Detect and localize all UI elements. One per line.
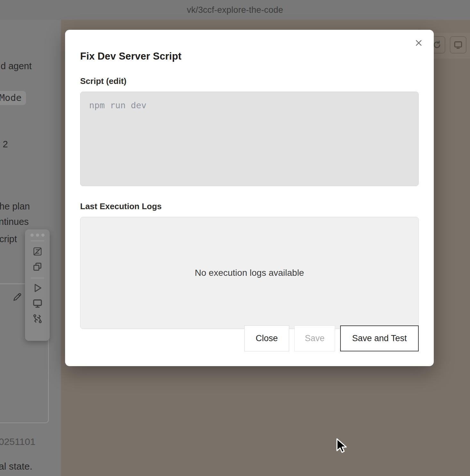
sidebar-text-script: cript (0, 234, 17, 244)
monitor-icon[interactable] (450, 36, 466, 53)
dialog-title: Fix Dev Server Script (80, 51, 419, 62)
sidebar-text-continues: ntinues (0, 217, 29, 227)
sidebar-text-attempt: y 2 (0, 139, 8, 150)
drag-handle-dots-icon[interactable] (30, 234, 45, 237)
script-input[interactable] (80, 92, 419, 186)
save-and-test-button[interactable]: Save and Test (340, 325, 419, 351)
window-title: vk/3ccf-explore-the-code (187, 5, 283, 15)
logs-empty-message: No execution logs available (195, 268, 304, 278)
edit-pencil-icon[interactable] (12, 292, 22, 303)
version-control-icon[interactable] (32, 313, 43, 324)
slashed-square-icon[interactable] (32, 246, 43, 257)
window-title-bar: vk/3ccf-explore-the-code (0, 0, 470, 20)
sidebar-text-agent: d agent (1, 61, 32, 71)
floating-toolbar (25, 229, 50, 341)
script-label: Script (edit) (80, 76, 419, 86)
toolbar-divider (31, 241, 44, 241)
monitor-icon[interactable] (32, 298, 43, 309)
logs-label: Last Execution Logs (80, 201, 419, 211)
save-button[interactable]: Save (294, 325, 335, 351)
sidebar-text-runid: 0251101 (0, 436, 36, 447)
mode-badge: nMode (0, 91, 26, 105)
execution-logs-panel: No execution logs available (80, 217, 419, 329)
sidebar-text-plan: he plan (0, 201, 30, 212)
mouse-cursor (336, 438, 349, 454)
close-icon[interactable] (415, 39, 423, 47)
sidebar-text-state: al state. (0, 461, 32, 472)
copy-icon[interactable] (32, 261, 43, 273)
close-button[interactable]: Close (244, 325, 289, 351)
toolbar-divider (31, 278, 44, 278)
play-icon[interactable] (32, 282, 43, 294)
fix-dev-server-dialog: Fix Dev Server Script Script (edit) Last… (65, 30, 434, 366)
dialog-button-row: Close Save Save and Test (244, 325, 419, 351)
